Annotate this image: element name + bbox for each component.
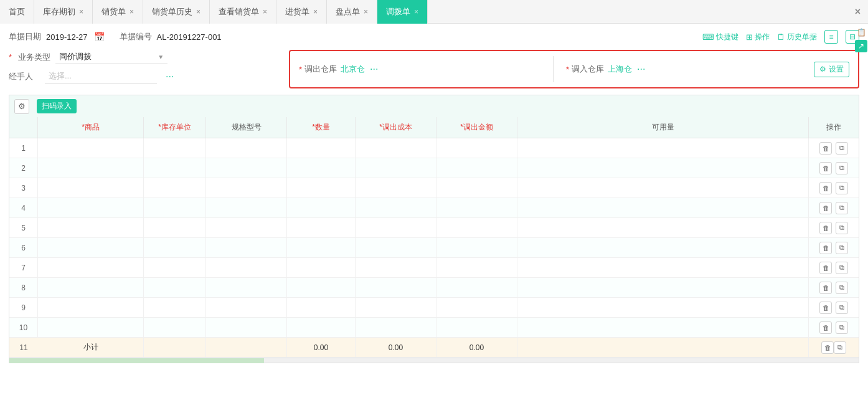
right-panel-note-button[interactable]: 📋 <box>855 26 867 39</box>
subtotal-delete-button[interactable]: 🗑 <box>821 341 834 354</box>
tab-transfer[interactable]: 调拨单 × <box>377 0 428 24</box>
table-row[interactable]: 4 🗑 ⧉ <box>9 198 859 218</box>
close-all-tabs-button[interactable]: × <box>855 6 861 17</box>
tab-purchase[interactable]: 进货单 × <box>276 0 327 24</box>
row-amount[interactable] <box>436 298 517 317</box>
transfer-in-value[interactable]: 上海仓 <box>608 64 632 75</box>
row-cost[interactable] <box>356 158 436 178</box>
row-spec[interactable] <box>206 238 287 257</box>
copy-row-button[interactable]: ⧉ <box>836 202 848 214</box>
row-spec[interactable] <box>206 318 287 337</box>
row-qty[interactable] <box>287 158 356 178</box>
row-amount[interactable] <box>436 218 517 237</box>
row-unit[interactable] <box>144 158 206 178</box>
right-panel-expand-button[interactable]: ↗ <box>855 40 867 52</box>
delete-row-button[interactable]: 🗑 <box>819 202 832 214</box>
copy-row-button[interactable]: ⧉ <box>836 242 848 254</box>
copy-row-button[interactable]: ⧉ <box>836 262 848 274</box>
row-cost[interactable] <box>356 278 436 297</box>
delete-row-button[interactable]: 🗑 <box>819 182 832 194</box>
row-amount[interactable] <box>436 318 517 337</box>
row-cost[interactable] <box>356 218 436 237</box>
row-qty[interactable] <box>287 318 356 337</box>
table-row[interactable]: 9 🗑 ⧉ <box>9 298 859 318</box>
row-amount[interactable] <box>436 238 517 257</box>
row-spec[interactable] <box>206 298 287 317</box>
delete-row-button[interactable]: 🗑 <box>819 242 832 254</box>
row-cost[interactable] <box>356 258 436 277</box>
row-goods[interactable] <box>38 178 144 198</box>
row-spec[interactable] <box>206 138 287 158</box>
table-row[interactable]: 2 🗑 ⧉ <box>9 158 859 178</box>
row-cost[interactable] <box>356 138 436 158</box>
delete-row-button[interactable]: 🗑 <box>819 282 832 294</box>
row-cost[interactable] <box>356 238 436 257</box>
row-qty[interactable] <box>287 298 356 317</box>
delete-row-button[interactable]: 🗑 <box>819 262 832 274</box>
transfer-out-value[interactable]: 北京仓 <box>341 64 365 75</box>
tab-home[interactable]: 首页 <box>0 0 34 24</box>
list-view-button[interactable]: ≡ <box>824 30 838 44</box>
table-row[interactable]: 5 🗑 ⧉ <box>9 218 859 238</box>
shortcut-button[interactable]: ⌨ 快捷键 <box>702 32 738 42</box>
table-row[interactable]: 8 🗑 ⧉ <box>9 278 859 298</box>
row-spec[interactable] <box>206 278 287 297</box>
copy-row-button[interactable]: ⧉ <box>836 302 848 314</box>
row-cost[interactable] <box>356 178 436 198</box>
transfer-out-more-button[interactable]: ··· <box>370 64 378 75</box>
copy-row-button[interactable]: ⧉ <box>836 162 848 174</box>
history-button[interactable]: 🗒 历史单据 <box>777 32 817 42</box>
copy-row-button[interactable]: ⧉ <box>836 182 848 194</box>
copy-row-button[interactable]: ⧉ <box>836 222 848 234</box>
row-qty[interactable] <box>287 218 356 237</box>
tab-sales-history[interactable]: 销货单历史 × <box>143 0 210 24</box>
row-spec[interactable] <box>206 258 287 277</box>
row-goods[interactable] <box>38 258 144 277</box>
row-amount[interactable] <box>436 158 517 178</box>
row-unit[interactable] <box>144 218 206 237</box>
handler-more-button[interactable]: ··· <box>166 71 174 82</box>
row-spec[interactable] <box>206 178 287 198</box>
row-amount[interactable] <box>436 178 517 198</box>
tab-inventory-init[interactable]: 库存期初 × <box>34 0 93 24</box>
row-unit[interactable] <box>144 318 206 337</box>
tab-sales-order-close[interactable]: × <box>130 7 134 16</box>
row-goods[interactable] <box>38 278 144 297</box>
row-amount[interactable] <box>436 198 517 217</box>
table-row[interactable]: 10 🗑 ⧉ <box>9 318 859 338</box>
table-row[interactable]: 7 🗑 ⧉ <box>9 258 859 278</box>
row-goods[interactable] <box>38 238 144 257</box>
row-unit[interactable] <box>144 138 206 158</box>
row-qty[interactable] <box>287 138 356 158</box>
tab-inventory-check-close[interactable]: × <box>364 7 368 16</box>
row-qty[interactable] <box>287 258 356 277</box>
copy-row-button[interactable]: ⧉ <box>836 282 848 294</box>
table-row[interactable]: 1 🗑 ⧉ <box>9 138 859 158</box>
operations-button[interactable]: ⊞ 操作 <box>746 32 770 42</box>
row-cost[interactable] <box>356 198 436 217</box>
row-qty[interactable] <box>287 278 356 297</box>
row-unit[interactable] <box>144 298 206 317</box>
row-unit[interactable] <box>144 258 206 277</box>
tab-purchase-close[interactable]: × <box>313 7 318 16</box>
table-settings-button[interactable]: ⚙ <box>14 99 29 114</box>
scan-entry-button[interactable]: 扫码录入 <box>37 99 77 113</box>
delete-row-button[interactable]: 🗑 <box>819 162 832 174</box>
tab-sales-history-close[interactable]: × <box>196 7 200 16</box>
row-goods[interactable] <box>38 158 144 178</box>
tab-transfer-close[interactable]: × <box>414 7 418 16</box>
row-qty[interactable] <box>287 238 356 257</box>
row-amount[interactable] <box>436 278 517 297</box>
delete-row-button[interactable]: 🗑 <box>819 321 832 334</box>
subtotal-copy-button[interactable]: ⧉ <box>834 341 846 354</box>
tab-view-sales-close[interactable]: × <box>263 7 267 16</box>
row-unit[interactable] <box>144 238 206 257</box>
row-goods[interactable] <box>38 198 144 217</box>
delete-row-button[interactable]: 🗑 <box>819 142 832 155</box>
row-qty[interactable] <box>287 178 356 198</box>
row-spec[interactable] <box>206 218 287 237</box>
row-cost[interactable] <box>356 298 436 317</box>
row-amount[interactable] <box>436 258 517 277</box>
transfer-in-more-button[interactable]: ··· <box>637 64 645 75</box>
tab-inventory-check[interactable]: 盘点单 × <box>327 0 377 24</box>
